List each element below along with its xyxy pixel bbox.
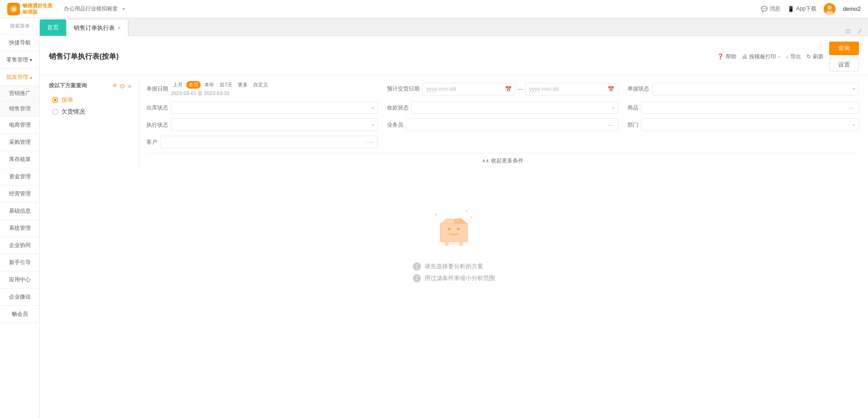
top-bar: 畅 畅捷通好生意 标准版 办公用品行业模拟账套 ▾ 💬 消息 📱 App下载 d…: [0, 0, 868, 18]
filter-item-欠货情况[interactable]: 欠货情况: [49, 106, 132, 118]
sidebar-item-ecommerce[interactable]: 电商管理: [0, 117, 39, 134]
filter-row-1: 单据日期 上月 本月 本年 近7天 更多 自定义: [146, 81, 859, 97]
shortcut-more[interactable]: 更多: [236, 81, 250, 89]
svg-text:✦: ✦: [434, 212, 438, 218]
svg-text:✦: ✦: [465, 209, 468, 213]
content-area: 首页 销售订单执行表 × ⊡ ⤢ 销售订单执行表(按单) ❓ 帮助: [40, 18, 868, 418]
sidebar-item-marketing[interactable]: 营销推广: [0, 86, 39, 101]
sidebar-item-sales[interactable]: 销售管理: [0, 101, 39, 117]
message-icon: 💬: [761, 6, 768, 12]
collapse-more-btn[interactable]: ∧∧ 收起更多条件: [146, 153, 859, 168]
filter-item-icon-按单: [52, 96, 59, 104]
sidebar-item-cooperation[interactable]: 企业协同: [0, 237, 39, 254]
shortcut-custom[interactable]: 自定义: [251, 81, 270, 89]
sidebar-item-retail[interactable]: 零售管理 ▼: [0, 52, 39, 69]
filter-item-label-按单: 按单: [61, 96, 73, 104]
shortcut-prev-month[interactable]: 上月: [171, 81, 184, 89]
sidebar-sub-wholesale: 营销推广 销售管理: [0, 86, 39, 117]
refresh-button[interactable]: ↻ 刷新: [807, 53, 824, 61]
receipt-status-control: ▾: [411, 101, 618, 114]
top-bar-title: 办公用品行业模拟账套: [64, 5, 118, 13]
doc-status-select[interactable]: ▾: [652, 83, 859, 95]
svg-point-3: [827, 5, 832, 10]
shortcut-last7[interactable]: 近7天: [218, 81, 234, 89]
print-dropdown-icon: ▾: [778, 54, 780, 59]
avatar[interactable]: [824, 3, 835, 15]
expected-date-from[interactable]: yyyy-mm-dd 📅: [422, 83, 516, 95]
sidebar-item-member[interactable]: 畅会员: [0, 306, 39, 323]
sidebar-item-finance[interactable]: 资金管理: [0, 168, 39, 185]
dept-select[interactable]: ▾: [641, 119, 859, 131]
out-status-select[interactable]: ▾: [171, 101, 378, 114]
exec-status-select[interactable]: ▾: [171, 119, 378, 131]
customer-input[interactable]: ···: [160, 136, 378, 148]
filter-add-icon[interactable]: +: [113, 81, 118, 90]
filter-row-2: 出库状态 ▾ 收款状态: [146, 101, 859, 114]
expected-date-to[interactable]: yyyy-mm-dd 📅: [525, 83, 619, 95]
salesperson-ellipsis[interactable]: ···: [608, 121, 614, 128]
tab-sales-exec[interactable]: 销售订单执行表 ×: [66, 20, 128, 36]
empty-hint-2: 2 用过滤条件来缩小分析范围: [413, 274, 495, 282]
calendar-icon-1: 📅: [505, 86, 512, 92]
sidebar-item-app-center[interactable]: 应用中心: [0, 271, 39, 289]
query-button[interactable]: 查询: [829, 42, 859, 55]
expected-date-label: 预计交货日期: [387, 85, 420, 93]
filter-collapse-icon[interactable]: «: [128, 82, 132, 90]
sidebar-item-wholesale[interactable]: 批发管理 ▲: [0, 69, 39, 86]
sidebar-item-basic-info[interactable]: 基础信息: [0, 203, 39, 220]
filter-item-icon-欠货情况: [52, 108, 59, 115]
sidebar-item-wechat[interactable]: 企业微信: [0, 289, 39, 306]
settings-button[interactable]: 设置: [829, 58, 859, 71]
dept-arrow: ▾: [853, 123, 855, 128]
empty-illustration: ✦ ✦ ✦: [427, 201, 481, 255]
goods-input[interactable]: ···: [641, 101, 859, 114]
print-button[interactable]: 🖨 按模板打印 ▾: [742, 53, 780, 61]
customer-ellipsis[interactable]: ···: [367, 138, 374, 146]
tab-close-icon[interactable]: ×: [118, 25, 121, 31]
tab-bar: 首页 销售订单执行表 × ⊡ ⤢: [40, 18, 868, 36]
top-bar-dropdown-icon[interactable]: ▾: [123, 6, 125, 11]
sidebar-item-search[interactable]: 搜索菜单: [0, 18, 39, 34]
refresh-icon: ↻: [807, 53, 811, 60]
svg-point-6: [54, 99, 57, 101]
tab-home[interactable]: 首页: [40, 19, 66, 36]
page-actions: ❓ 帮助 🖨 按模板打印 ▾ ↓ 导出 ↻ 刷新: [717, 42, 859, 71]
tab-maximize-icon[interactable]: ⤢: [855, 27, 864, 36]
filter-field-exec-status: 执行状态 ▾: [146, 119, 378, 131]
out-status-control: ▾: [171, 101, 378, 114]
top-bar-right: 💬 消息 📱 App下载 demo2: [761, 3, 861, 15]
sidebar-item-system[interactable]: 系统管理: [0, 220, 39, 237]
svg-rect-15: [445, 242, 448, 246]
receipt-status-select[interactable]: ▾: [411, 101, 618, 114]
out-status-label: 出库状态: [146, 104, 168, 112]
exec-status-control: ▾: [171, 119, 378, 131]
sidebar-item-quick-nav[interactable]: 快捷导航: [0, 34, 39, 52]
dept-control: ▾: [641, 119, 859, 131]
goods-ellipsis[interactable]: ···: [848, 104, 855, 111]
export-button[interactable]: ↓ 导出: [786, 53, 801, 61]
tab-minimize-icon[interactable]: ⊡: [844, 27, 853, 36]
app-download-action[interactable]: 📱 App下载: [788, 5, 816, 13]
svg-point-10: [448, 228, 451, 230]
shortcut-this-month[interactable]: 本月: [186, 81, 201, 89]
dept-label: 部门: [627, 121, 638, 129]
filter-edit-icon[interactable]: ⊙: [120, 82, 125, 90]
filter-field-date: 单据日期 上月 本月 本年 近7天 更多 自定义: [146, 81, 378, 97]
shortcut-this-year[interactable]: 本年: [203, 81, 216, 89]
filter-item-按单[interactable]: 按单: [49, 94, 132, 106]
query-settings-group: 查询 设置: [829, 42, 859, 71]
user-name[interactable]: demo2: [843, 5, 861, 12]
sidebar-item-inventory[interactable]: 库存核算: [0, 151, 39, 168]
salesperson-input[interactable]: ···: [406, 119, 618, 131]
sidebar-item-purchase[interactable]: 采购管理: [0, 134, 39, 151]
receipt-status-arrow: ▾: [612, 105, 614, 110]
message-action[interactable]: 💬 消息: [761, 5, 780, 13]
filter-row-4: 客户 ···: [146, 136, 859, 148]
collapse-icon: ∧∧: [482, 158, 489, 164]
sidebar-item-newbie[interactable]: 新手引导: [0, 254, 39, 271]
sidebar-item-operation[interactable]: 经营管理: [0, 185, 39, 203]
exec-status-arrow: ▾: [372, 123, 374, 128]
filter-item-label-欠货情况: 欠货情况: [61, 108, 85, 116]
help-button[interactable]: ❓ 帮助: [717, 53, 736, 61]
sidebar: 搜索菜单 快捷导航 零售管理 ▼ 批发管理 ▲ 营销推广 销售管理 电商管理 采…: [0, 18, 40, 418]
